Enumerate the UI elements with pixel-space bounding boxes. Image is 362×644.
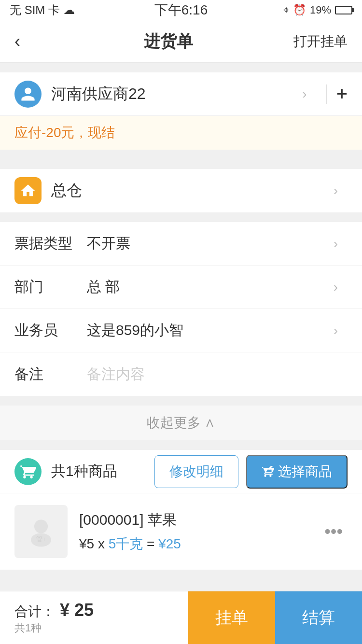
product-more-button[interactable]: ••• xyxy=(320,517,348,546)
total-amount: ¥ 25 xyxy=(60,600,94,620)
nav-bar: ‹ 进货单 打开挂单 xyxy=(0,20,362,63)
dept-row[interactable]: 部门 总 部 › xyxy=(0,266,362,309)
bottom-bar: 合计： ¥ 25 共1种 挂单 结算 xyxy=(0,591,362,644)
product-icon xyxy=(14,458,42,485)
back-button[interactable]: ‹ xyxy=(14,31,43,52)
edit-detail-button[interactable]: 修改明细 xyxy=(154,455,238,488)
battery-icon xyxy=(335,6,352,14)
home-icon xyxy=(20,182,36,199)
sales-row[interactable]: 业务员 这是859的小智 › xyxy=(0,309,362,352)
status-bar-right: ⌖ ⏰ 19% xyxy=(283,4,352,16)
battery-percent: 19% xyxy=(310,4,331,16)
total-label: 合计： ¥ 25 xyxy=(14,600,174,621)
supplier-avatar xyxy=(14,81,42,108)
page-title: 进货单 xyxy=(144,30,193,53)
qty-value: 5千克 xyxy=(109,536,143,551)
equals: = xyxy=(147,536,158,551)
status-bar-time: 下午6:16 xyxy=(154,1,208,19)
content-area: 河南供应商22 › + 应付-20元，现结 总仓 › 票据类型 不开票 › 部门 xyxy=(0,63,362,628)
warehouse-name: 总仓 xyxy=(51,180,334,201)
select-product-icon xyxy=(262,465,274,478)
svg-point-0 xyxy=(34,520,48,533)
warehouse-icon xyxy=(14,177,42,204)
warehouse-chevron: › xyxy=(334,183,338,198)
open-hang-button[interactable]: 打开挂单 xyxy=(293,32,348,51)
remark-row[interactable]: 备注 备注内容 xyxy=(0,352,362,396)
divider-2 xyxy=(0,150,362,159)
collapse-row[interactable]: 收起更多 ∧ xyxy=(0,406,362,440)
person-icon xyxy=(20,86,36,102)
sales-chevron: › xyxy=(334,323,338,338)
product-info: [0000001] 苹果 ¥5 x 5千克 = ¥25 xyxy=(79,510,320,553)
supplier-name: 河南供应商22 xyxy=(51,84,302,105)
select-product-label: 选择商品 xyxy=(278,462,332,481)
supplier-divider xyxy=(326,84,327,104)
warehouse-row[interactable]: 总仓 › xyxy=(0,169,362,212)
price-value: ¥5 x xyxy=(79,536,109,551)
supplier-row[interactable]: 河南供应商22 › + xyxy=(0,72,362,116)
total-section: 合计： ¥ 25 共1种 xyxy=(0,600,188,635)
product-thumbnail: 管+ xyxy=(14,505,68,558)
alarm-icon: ⏰ xyxy=(293,4,306,16)
invoice-row[interactable]: 票据类型 不开票 › xyxy=(0,222,362,266)
dept-value: 总 部 xyxy=(87,277,334,297)
status-bar: 无 SIM 卡 ☁ 下午6:16 ⌖ ⏰ 19% xyxy=(0,0,362,20)
product-thumb-icon: 管+ xyxy=(24,515,58,548)
location-icon: ⌖ xyxy=(283,4,289,16)
cart-icon xyxy=(20,463,36,480)
sales-value: 这是859的小智 xyxy=(87,321,334,340)
status-bar-left: 无 SIM 卡 ☁ xyxy=(10,2,75,18)
warehouse-section: 总仓 › xyxy=(0,169,362,212)
product-price: ¥5 x 5千克 = ¥25 xyxy=(79,535,320,553)
invoice-chevron: › xyxy=(334,236,338,252)
product-name: [0000001] 苹果 xyxy=(79,510,320,530)
checkout-button[interactable]: 结算 xyxy=(275,591,362,644)
remark-input[interactable]: 备注内容 xyxy=(87,364,348,384)
add-supplier-button[interactable]: + xyxy=(336,83,348,105)
collapse-label: 收起更多 ∧ xyxy=(147,414,216,432)
product-item: 管+ [0000001] 苹果 ¥5 x 5千克 = ¥25 ••• xyxy=(0,493,362,570)
supplier-chevron: › xyxy=(302,86,306,102)
invoice-value: 不开票 xyxy=(87,234,334,253)
supplier-section: 河南供应商22 › + 应付-20元，现结 xyxy=(0,72,362,150)
dept-label: 部门 xyxy=(14,277,77,297)
invoice-label: 票据类型 xyxy=(14,234,77,253)
form-section: 票据类型 不开票 › 部门 总 部 › 业务员 这是859的小智 › 备注 备注… xyxy=(0,222,362,396)
dept-chevron: › xyxy=(334,280,338,295)
product-section: 共1种商品 修改明细 选择商品 管+ [000000 xyxy=(0,450,362,570)
total-value: ¥25 xyxy=(158,536,181,551)
svg-text:管+: 管+ xyxy=(36,536,46,543)
remark-label: 备注 xyxy=(14,364,77,384)
product-header: 共1种商品 修改明细 选择商品 xyxy=(0,450,362,493)
hang-button[interactable]: 挂单 xyxy=(188,591,275,644)
product-count: 共1种商品 xyxy=(51,462,154,481)
divider-1 xyxy=(0,63,362,72)
total-sub: 共1种 xyxy=(14,621,174,635)
select-product-button[interactable]: 选择商品 xyxy=(246,455,348,489)
total-text: 合计： xyxy=(14,602,55,621)
sim-status: 无 SIM 卡 ☁ xyxy=(10,2,75,18)
product-code: [0000001] 苹果 xyxy=(79,512,177,528)
sales-label: 业务员 xyxy=(14,321,77,340)
info-banner: 应付-20元，现结 xyxy=(0,116,362,150)
